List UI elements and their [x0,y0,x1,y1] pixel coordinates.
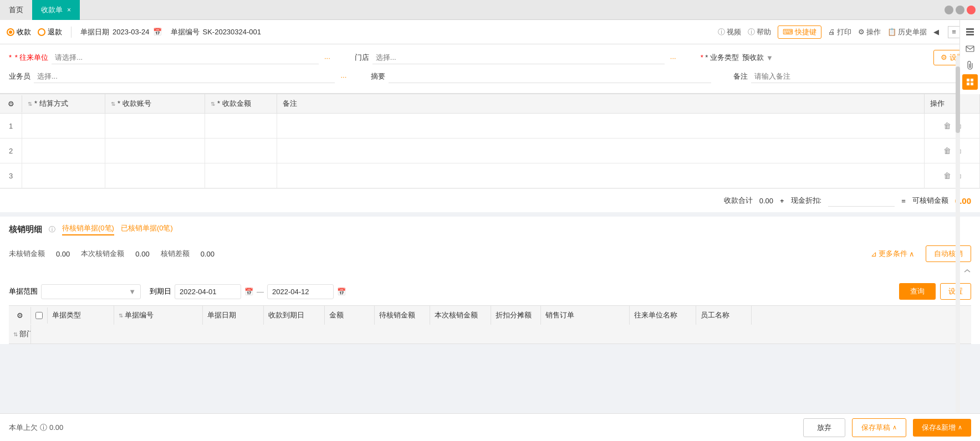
dth-amount: 金额 [325,306,375,325]
window-minimize-btn[interactable] [945,6,953,14]
scrollbar-thumb[interactable] [956,66,960,133]
dth-counterpart: 往来单位名称 [630,306,696,325]
num-value: SK-20230324-001 [203,28,262,36]
notes-input[interactable] [751,70,971,83]
dth-check[interactable] [31,307,48,324]
dth-due-date: 收款到期日 [264,306,325,325]
range-arrow-icon: ▼ [129,288,136,296]
current-verify-val: 0.00 [135,250,149,258]
th-gear[interactable]: ⚙ [0,95,22,112]
dth-dept: ⇅ 部门名称 [9,325,31,343]
discard-btn[interactable]: 放弃 [803,418,845,437]
row-1-delete-icon[interactable]: 🗑 [943,121,951,130]
row-2-notes[interactable] [277,139,925,163]
video-link[interactable]: ⓘ 视频 [718,27,741,37]
row-3-amount[interactable] [205,163,277,188]
calendar-icon[interactable]: 📅 [153,28,162,36]
tab-active[interactable]: 收款单 × [32,0,80,20]
radio-receive[interactable]: 收款 [7,27,31,37]
save-draft-chevron-icon: ∧ [892,424,897,431]
row-2-delete-icon[interactable]: 🗑 [943,146,951,155]
total-val: 0.00 [759,197,773,205]
radio-refund[interactable]: 退款 [38,27,62,37]
date-from-cal-icon[interactable]: 📅 [244,288,253,296]
row-2-amount[interactable] [205,139,277,163]
row-1-settlement[interactable] [22,114,105,138]
row-1-notes[interactable] [277,114,925,138]
filter-left: 单据范围 ▼ 到期日 📅 — 📅 [9,284,890,299]
row-3-delete-icon[interactable]: 🗑 [943,171,951,180]
sidebar-icon-mail[interactable] [962,41,978,57]
row-3-settlement[interactable] [22,163,105,188]
save-draft-btn[interactable]: 保存草稿 ∧ [852,418,906,437]
row-3-notes[interactable] [277,163,925,188]
dth-gear[interactable]: ⚙ [9,307,31,324]
sidebar-icon-table[interactable] [962,24,978,40]
svg-rect-2 [966,34,974,35]
range-field: 单据范围 ▼ [9,284,141,299]
unchecked-label: 未核销金额 [9,249,45,259]
current-verify-label: 本次核销金额 [81,249,124,259]
date-from-input[interactable] [175,284,241,299]
counterpart-input[interactable] [52,51,319,64]
row-2-settlement[interactable] [22,139,105,163]
sidebar-icon-expand[interactable] [962,74,978,90]
dth-staff: 员工名称 [696,306,752,325]
main-table: ⚙ ⇅ * 结算方式 ⇅ * 收款账号 ⇅ * 收款金额 备注 操作 1 🗑 ⧉ [0,94,980,188]
operation-btn[interactable]: ⚙ 操作 [858,27,881,37]
verify-info-icon[interactable]: ⓘ [49,225,55,234]
history-btn[interactable]: 📋 历史单据 [887,27,927,37]
dth-pending: 待核销金额 [375,306,430,325]
staff-more-btn[interactable]: ··· [338,73,349,81]
biz-type-field: * * 业务类型 预收款 ▼ [701,53,927,63]
date-value: 2023-03-24 [113,28,150,36]
staff-input[interactable] [34,70,335,83]
row-3-account[interactable] [105,163,205,188]
row-1-account[interactable] [105,114,205,138]
shortcut-btn[interactable]: ⌨ 快捷键 [778,25,821,39]
window-close-btn[interactable] [967,6,976,14]
window-maximize-btn[interactable] [956,6,964,14]
dth-sales-order: 销售订单 [541,306,630,325]
row-2-account[interactable] [105,139,205,163]
counterpart-label: * * 往来单位 [9,53,48,63]
row-1-amount[interactable] [205,114,277,138]
store-input[interactable] [372,51,665,64]
detail-table-header: ⚙ 单据类型 ⇅ 单据编号 单据日期 收款到期日 金额 待核销金额 本次核销金额… [9,305,971,344]
equals-sign: = [901,197,906,205]
biz-type-dropdown[interactable]: 预收款 ▼ [742,53,773,63]
discount-input[interactable] [828,194,895,207]
sidebar-icon-attachment[interactable] [962,58,978,73]
print-btn[interactable]: 🖨 打印 [828,27,851,37]
view-list-btn[interactable]: ≡ [948,26,960,38]
tab-close-btn[interactable]: × [67,0,71,20]
toolbar-divider-1 [71,27,72,38]
date-to-input[interactable] [267,284,334,299]
help-link[interactable]: ⓘ 帮助 [748,27,771,37]
tab-pending-verify[interactable]: 待核销单据(0笔) [62,223,114,235]
tab-verified[interactable]: 已核销单据(0笔) [121,223,173,235]
save-new-btn[interactable]: 保存&新增 ∧ [913,419,971,437]
notes-label: 备注 [733,71,748,81]
store-label: 门店 [355,53,369,63]
scrollbar[interactable] [956,55,960,413]
more-conditions-btn[interactable]: ⊿ 更多条件 ∧ [871,249,915,259]
bottom-bar: 本单上欠 ⓘ 0.00 放弃 保存草稿 ∧ 保存&新增 ∧ [0,413,980,441]
query-btn[interactable]: 查询 [899,283,936,300]
store-more-btn[interactable]: ··· [668,54,678,62]
shortcut-icon: ⌨ [783,28,793,36]
bottom-info-icon[interactable]: ⓘ [40,423,47,433]
range-select[interactable]: ▼ [41,284,141,299]
select-all-checkbox[interactable] [35,312,43,319]
nav-prev-btn[interactable]: ◀ [933,28,939,36]
counterpart-more-btn[interactable]: ··· [322,54,333,62]
tab-home[interactable]: 首页 [0,0,32,20]
row-1-num: 1 [0,114,22,138]
svg-rect-3 [966,46,974,52]
biz-type-arrow-icon: ▼ [766,54,773,62]
summary-input[interactable] [389,70,711,83]
auto-verify-btn[interactable]: 自动核销 [926,245,971,262]
th-amount: ⇅ * 收款金额 [205,94,277,113]
notes-field: 备注 [733,70,971,83]
date-to-cal-icon[interactable]: 📅 [337,288,346,296]
